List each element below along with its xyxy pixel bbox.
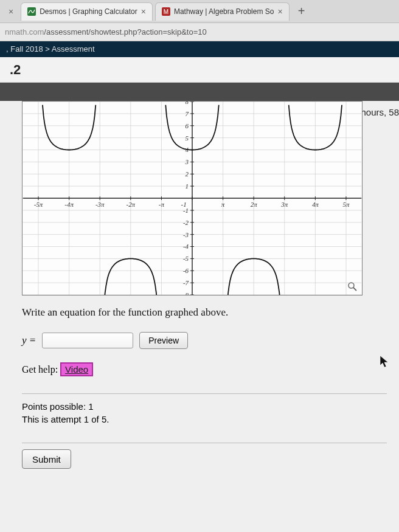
svg-text:3π: 3π <box>280 201 288 208</box>
answer-line: y = Preview <box>22 332 387 349</box>
desmos-icon <box>27 7 36 16</box>
svg-text:-2: -2 <box>183 219 189 226</box>
tab-label: Mathway | Algebra Problem So <box>174 7 274 16</box>
svg-text:M: M <box>164 9 168 15</box>
url-text: nmath.com/assessment/showtest.php?action… <box>5 27 207 36</box>
svg-text:-π: -π <box>159 201 165 208</box>
points-possible: Points possible: 1 <box>22 400 387 413</box>
svg-text:-7: -7 <box>183 279 189 286</box>
mathway-icon: M <box>162 7 170 16</box>
main-content: Due in 7 hours, 58 -8-7-6-5-4-3-2-112345… <box>0 101 399 532</box>
graph-svg: -8-7-6-5-4-3-2-112345678-5π-4π-3π-2π-ππ2… <box>23 102 362 295</box>
preview-button[interactable]: Preview <box>139 332 188 349</box>
svg-text:-4π: -4π <box>64 201 74 208</box>
help-prefix: Get help: <box>22 364 60 375</box>
svg-text:4π: 4π <box>312 201 319 208</box>
submit-button[interactable]: Submit <box>22 449 71 469</box>
url-path: /assessment/showtest.php?action=skip&to=… <box>44 27 206 36</box>
help-line: Get help: Video <box>22 362 387 376</box>
url-host: nmath.com <box>5 27 44 36</box>
svg-text:-6: -6 <box>183 267 189 274</box>
svg-text:-5π: -5π <box>34 201 43 208</box>
svg-text:5π: 5π <box>342 201 349 208</box>
video-link[interactable]: Video <box>60 362 93 376</box>
attempt-line: This is attempt 1 of 5. <box>22 413 387 426</box>
svg-point-87 <box>349 283 354 288</box>
svg-text:5: 5 <box>186 134 189 142</box>
svg-text:π: π <box>221 201 225 208</box>
svg-text:-8: -8 <box>183 291 189 295</box>
svg-text:3: 3 <box>185 158 189 165</box>
divider <box>22 443 387 443</box>
tab-desmos[interactable]: Desmos | Graphing Calculator × <box>21 2 153 21</box>
svg-text:-1: -1 <box>181 201 187 208</box>
close-icon[interactable]: × <box>141 7 146 16</box>
tab-label: Desmos | Graphing Calculator <box>40 7 137 16</box>
cursor-icon <box>380 355 390 371</box>
browser-tab-bar: × Desmos | Graphing Calculator × M Mathw… <box>0 0 399 23</box>
tab-close-left[interactable]: × <box>4 2 18 21</box>
close-icon[interactable]: × <box>277 7 282 16</box>
svg-text:-2π: -2π <box>127 201 136 208</box>
address-bar[interactable]: nmath.com/assessment/showtest.php?action… <box>0 23 399 41</box>
question-header: .2 <box>0 57 399 83</box>
breadcrumb: , Fall 2018 > Assessment <box>0 41 399 57</box>
points-block: Points possible: 1 This is attempt 1 of … <box>22 400 387 426</box>
svg-line-88 <box>353 288 356 291</box>
svg-text:2: 2 <box>186 170 189 178</box>
svg-text:8: 8 <box>186 102 189 105</box>
question-card: -8-7-6-5-4-3-2-112345678-5π-4π-3π-2π-ππ2… <box>22 101 387 469</box>
y-equals-label: y = <box>22 334 36 347</box>
magnify-icon[interactable] <box>347 282 357 291</box>
new-tab-button[interactable]: + <box>292 4 311 18</box>
svg-text:6: 6 <box>186 122 189 130</box>
svg-text:-4: -4 <box>183 243 189 250</box>
answer-input[interactable] <box>42 333 133 348</box>
svg-text:2π: 2π <box>251 201 257 208</box>
question-prompt: Write an equation for the function graph… <box>22 306 387 319</box>
svg-text:-3: -3 <box>183 231 189 238</box>
svg-text:-5: -5 <box>183 255 189 262</box>
divider <box>22 393 387 394</box>
svg-text:1: 1 <box>186 182 189 190</box>
close-icon[interactable]: × <box>9 7 13 16</box>
svg-text:-3π: -3π <box>95 201 105 208</box>
tab-mathway[interactable]: M Mathway | Algebra Problem So × <box>155 2 290 21</box>
graph-box[interactable]: -8-7-6-5-4-3-2-112345678-5π-4π-3π-2π-ππ2… <box>22 101 363 295</box>
svg-text:7: 7 <box>186 110 189 117</box>
